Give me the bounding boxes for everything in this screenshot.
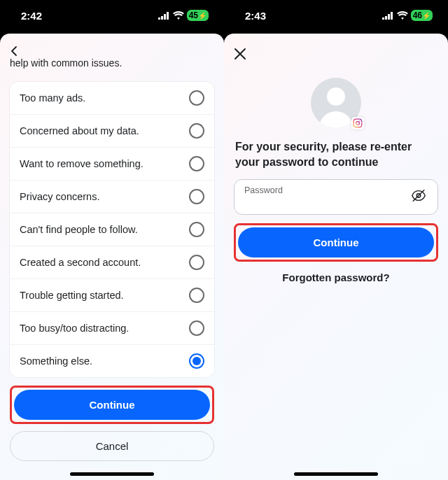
header-text-truncated: help with common issues. (10, 57, 214, 69)
svg-rect-5 (385, 16, 387, 20)
sheet: For your security, please re-enter your … (224, 34, 448, 480)
option-row[interactable]: Too many ads. (10, 82, 214, 115)
charging-icon: ⚡ (198, 12, 206, 20)
radio-icon[interactable] (189, 255, 204, 270)
option-row[interactable]: Concerned about my data. (10, 115, 214, 148)
status-time: 2:42 (21, 10, 42, 22)
option-row[interactable]: Want to remove something. (10, 148, 214, 181)
svg-rect-1 (161, 16, 163, 20)
home-indicator[interactable] (294, 472, 378, 476)
status-icons: 46⚡ (382, 10, 433, 21)
options-list: Too many ads.Concerned about my data.Wan… (10, 82, 214, 377)
option-row[interactable]: Something else. (10, 345, 214, 377)
highlight-continue: Continue (234, 223, 438, 262)
battery-percent: 46 (413, 10, 422, 20)
cancel-button[interactable]: Cancel (10, 431, 214, 461)
status-icons: 45⚡ (158, 10, 209, 21)
radio-icon[interactable] (189, 90, 204, 106)
option-label: Created a second account. (20, 257, 141, 268)
svg-rect-7 (391, 12, 393, 20)
option-label: Want to remove something. (20, 158, 144, 169)
password-input[interactable] (244, 195, 407, 208)
status-bar: 2:42 45⚡ (0, 0, 224, 31)
instagram-badge-icon (351, 117, 364, 129)
status-bar: 2:43 46⚡ (224, 0, 448, 31)
svg-rect-0 (158, 17, 160, 20)
forgot-password-link[interactable]: Forgotten password? (234, 271, 438, 283)
radio-icon[interactable] (189, 189, 204, 204)
option-label: Concerned about my data. (20, 125, 139, 136)
toggle-password-visibility[interactable] (408, 185, 429, 209)
option-label: Too many ads. (20, 92, 85, 104)
highlight-continue: Continue (10, 386, 214, 424)
svg-rect-8 (354, 119, 362, 127)
option-row[interactable]: Privacy concerns. (10, 181, 214, 213)
charging-icon: ⚡ (422, 12, 430, 20)
close-icon (234, 48, 246, 60)
radio-icon[interactable] (189, 288, 204, 303)
wifi-icon (173, 11, 184, 20)
chevron-left-icon (10, 46, 20, 56)
phone-right: 2:43 46⚡ (224, 0, 448, 480)
continue-button[interactable]: Continue (238, 227, 434, 257)
option-label: Can't find people to follow. (20, 224, 138, 235)
radio-icon[interactable] (189, 156, 204, 171)
close-button[interactable] (234, 43, 246, 66)
status-time: 2:43 (245, 10, 266, 22)
option-row[interactable]: Trouble getting started. (10, 279, 214, 312)
password-label: Password (244, 185, 407, 195)
eye-off-icon (411, 188, 426, 204)
signal-icon (382, 12, 394, 20)
continue-button[interactable]: Continue (14, 390, 210, 420)
option-label: Too busy/too distracting. (20, 323, 129, 334)
radio-icon[interactable] (189, 320, 204, 336)
option-row[interactable]: Too busy/too distracting. (10, 312, 214, 345)
sheet: help with common issues. Too many ads.Co… (0, 34, 224, 480)
option-label: Something else. (20, 355, 92, 367)
battery-badge: 46⚡ (411, 10, 433, 21)
svg-rect-3 (167, 12, 169, 20)
battery-percent: 45 (189, 10, 198, 20)
svg-rect-6 (388, 14, 390, 20)
radio-icon[interactable] (189, 353, 204, 369)
signal-icon (158, 12, 170, 20)
option-row[interactable]: Created a second account. (10, 246, 214, 279)
password-field[interactable]: Password (234, 179, 438, 215)
battery-badge: 45⚡ (187, 10, 209, 21)
svg-point-9 (356, 122, 360, 125)
security-title: For your security, please re-enter your … (234, 139, 438, 169)
svg-rect-4 (382, 17, 384, 20)
wifi-icon (397, 11, 408, 20)
option-label: Privacy concerns. (20, 191, 99, 202)
svg-rect-2 (164, 14, 166, 20)
svg-point-10 (359, 120, 360, 122)
home-indicator[interactable] (70, 472, 154, 476)
radio-icon[interactable] (189, 222, 204, 237)
avatar-wrap (234, 78, 438, 128)
radio-icon[interactable] (189, 123, 204, 139)
phone-left: 2:42 45⚡ help with common issues. Too ma… (0, 0, 224, 480)
option-row[interactable]: Can't find people to follow. (10, 213, 214, 246)
option-label: Trouble getting started. (20, 290, 124, 301)
